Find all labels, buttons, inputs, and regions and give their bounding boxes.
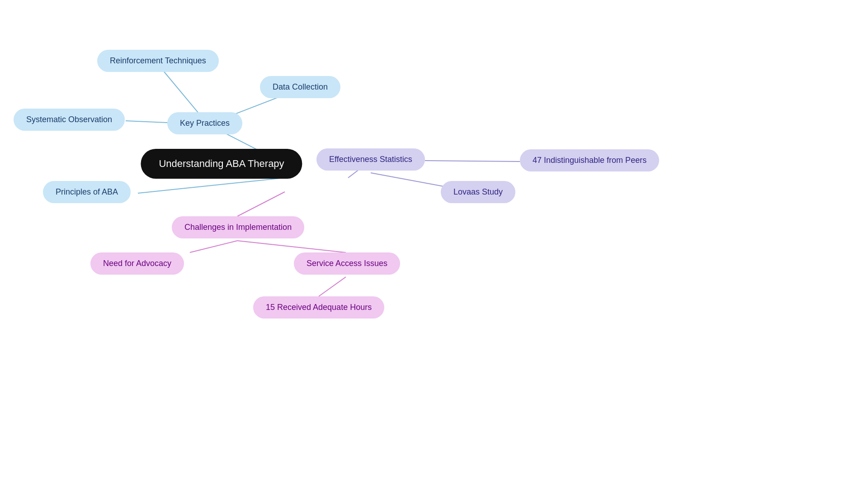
svg-line-7 bbox=[425, 161, 520, 162]
indistinguishable-from-peers-node[interactable]: 47 Indistinguishable from Peers bbox=[520, 149, 659, 171]
lovaas-study-node[interactable]: Lovaas Study bbox=[441, 181, 515, 203]
received-adequate-hours-node[interactable]: 15 Received Adequate Hours bbox=[253, 296, 384, 319]
systematic-observation-node[interactable]: Systematic Observation bbox=[14, 109, 125, 131]
svg-line-10 bbox=[237, 241, 346, 252]
need-for-advocacy-node[interactable]: Need for Advocacy bbox=[90, 252, 184, 275]
effectiveness-statistics-node[interactable]: Effectiveness Statistics bbox=[316, 148, 425, 171]
svg-line-11 bbox=[319, 277, 346, 296]
center-node[interactable]: Understanding ABA Therapy bbox=[141, 149, 302, 179]
svg-line-9 bbox=[190, 241, 237, 252]
key-practices-node[interactable]: Key Practices bbox=[167, 112, 242, 134]
svg-line-4 bbox=[138, 178, 285, 193]
svg-line-8 bbox=[237, 192, 285, 216]
reinforcement-techniques-node[interactable]: Reinforcement Techniques bbox=[97, 50, 219, 72]
service-access-issues-node[interactable]: Service Access Issues bbox=[294, 252, 400, 275]
challenges-in-implementation-node[interactable]: Challenges in Implementation bbox=[172, 216, 304, 238]
principles-of-aba-node[interactable]: Principles of ABA bbox=[43, 181, 131, 203]
data-collection-node[interactable]: Data Collection bbox=[260, 76, 340, 98]
